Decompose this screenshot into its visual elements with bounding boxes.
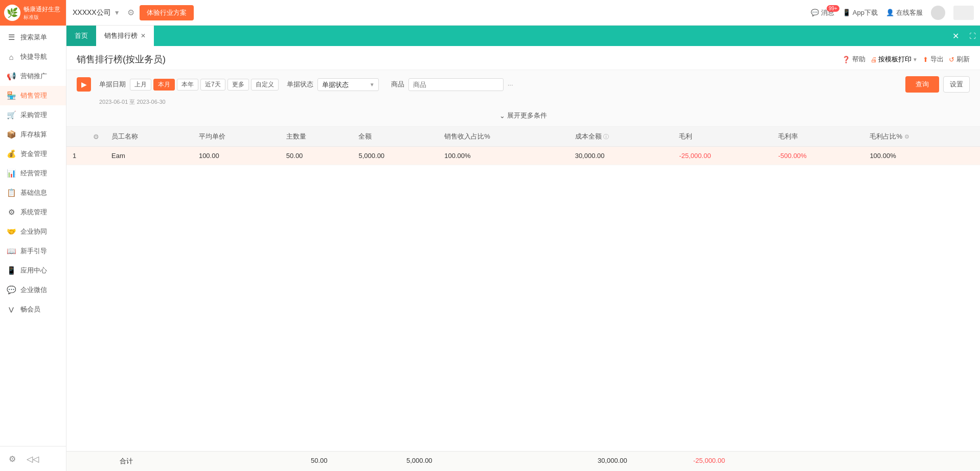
export-icon: ⬆	[923, 56, 928, 63]
goods-input[interactable]	[408, 78, 504, 91]
cell-amount: 5,000.00	[352, 147, 438, 165]
cell-gross: -25,000.00	[673, 147, 772, 165]
settings-panel-button[interactable]: 设置	[943, 76, 970, 93]
message-item[interactable]: 💬 消息 99+	[811, 8, 834, 17]
logo-text: 畅康通好生意 标准版	[24, 5, 60, 21]
query-button[interactable]: 查询	[905, 76, 939, 93]
content-area: 销售排行榜(按业务员) ❓ 帮助 🖨 按模板打印 ▼ ⬆ 导出 ↺ 刷新	[66, 46, 980, 471]
sidebar-item-system[interactable]: ⚙ 系统管理	[0, 203, 66, 222]
tab-sales-ranking[interactable]: 销售排行榜 ✕	[96, 26, 154, 46]
company-name: XXXXX公司	[73, 8, 111, 17]
goods-filter: 商品 ···	[391, 78, 513, 91]
tabbar: 首页 销售排行榜 ✕ ✕ ⛶	[66, 26, 980, 46]
export-button[interactable]: ⬆ 导出	[923, 55, 944, 64]
col-gross-rate: 毛利率	[772, 127, 863, 147]
sidebar-item-search[interactable]: ☰ 搜索菜单	[0, 28, 66, 47]
user-avatar[interactable]	[931, 6, 945, 20]
expand-icon: ⌄	[499, 112, 505, 120]
refresh-button[interactable]: ↺ 刷新	[949, 55, 970, 64]
col-settings[interactable]: ⚙	[87, 127, 105, 147]
sales-icon: 🏪	[6, 91, 16, 100]
sidebar-collapse-btn[interactable]: ◁◁	[25, 451, 41, 467]
status-select[interactable]: 单据状态	[317, 78, 379, 91]
col-amount: 全额	[352, 127, 438, 147]
sidebar-item-purchase[interactable]: 🛒 采购管理	[0, 105, 66, 125]
topbar-right: 💬 消息 99+ 📱 App下载 👤 在线客服	[811, 6, 974, 20]
table-header-row: ⚙ 员工名称 平均单价 主数量 全额 销售收入占比% 成本全额 ⓘ 毛利 毛利率…	[66, 127, 980, 147]
filter-bar: ▶ 单据日期 上月 本月 本年 近7天 更多 自定义 单据状态	[66, 70, 980, 127]
date-btn-this-month[interactable]: 本月	[153, 79, 175, 91]
trial-button[interactable]: 体验行业方案	[140, 5, 194, 20]
print-dropdown[interactable]: 🖨 按模板打印 ▼	[871, 55, 918, 64]
sidebar-item-apps[interactable]: 📱 应用中心	[0, 261, 66, 280]
sidebar-item-basic-info[interactable]: 📋 基础信息	[0, 183, 66, 203]
operations-icon: 📊	[6, 169, 16, 178]
footer-quantity: 50.00	[305, 457, 400, 466]
finance-icon: 💰	[6, 149, 16, 159]
expand-more-btn[interactable]: ⌄ 展开更多条件	[499, 111, 547, 120]
cell-index: 1	[66, 147, 87, 165]
help-button[interactable]: ❓ 帮助	[842, 55, 865, 64]
sidebar-item-enterprise[interactable]: 🤝 企业协同	[0, 222, 66, 241]
cell-cost: 30,000.00	[569, 147, 673, 165]
more-filter-icon[interactable]: ···	[508, 81, 513, 88]
company-chevron-icon: ▼	[114, 9, 120, 16]
tab-close-icon[interactable]: ✕	[141, 32, 146, 39]
filter-row-main: ▶ 单据日期 上月 本月 本年 近7天 更多 自定义 单据状态	[77, 76, 970, 93]
sidebar: 🌿 畅康通好生意 标准版 ☰ 搜索菜单 ⌂ 快捷导航 📢 营销推广 🏪 销售管理…	[0, 0, 66, 471]
date-btn-this-year[interactable]: 本年	[177, 79, 198, 91]
sidebar-item-inventory[interactable]: 📦 库存核算	[0, 125, 66, 144]
col-gross-ratio: 毛利占比% ⚙	[863, 127, 980, 147]
company-selector[interactable]: XXXXX公司 ▼	[73, 8, 120, 17]
action-buttons-group: 查询 设置	[905, 76, 970, 93]
tabbar-expand-btn[interactable]: ⛶	[965, 32, 980, 40]
date-btn-custom[interactable]: 自定义	[251, 79, 279, 91]
basic-info-icon: 📋	[6, 188, 16, 197]
date-btn-last-7-days[interactable]: 近7天	[200, 79, 225, 91]
cell-gross-rate: -500.00%	[772, 147, 863, 165]
sidebar-item-quicknav[interactable]: ⌂ 快捷导航	[0, 47, 66, 66]
main-area: XXXXX公司 ▼ ⚙ 体验行业方案 💬 消息 99+ 📱 App下载 👤 在线…	[66, 0, 980, 471]
tabbar-close-btn[interactable]: ✕	[946, 31, 965, 41]
date-btn-last-month[interactable]: 上月	[130, 79, 151, 91]
marketing-icon: 📢	[6, 72, 16, 81]
sidebar-item-guide[interactable]: 📖 新手引导	[0, 241, 66, 261]
footer-amount: 5,000.00	[400, 457, 496, 466]
goods-label: 商品	[391, 80, 404, 89]
print-dropdown-arrow-icon: ▼	[913, 57, 918, 62]
table-container: ⚙ 员工名称 平均单价 主数量 全额 销售收入占比% 成本全额 ⓘ 毛利 毛利率…	[66, 127, 980, 451]
expand-row: ⌄ 展开更多条件	[77, 111, 970, 120]
user-name-tag	[953, 6, 974, 20]
page-header: 销售排行榜(按业务员) ❓ 帮助 🖨 按模板打印 ▼ ⬆ 导出 ↺ 刷新	[66, 46, 980, 70]
footer-gross: -25,000.00	[687, 457, 783, 466]
tab-sales-ranking-label: 销售排行榜	[104, 31, 138, 40]
date-btn-more[interactable]: 更多	[227, 79, 249, 91]
date-range-sub: 2023-06-01 至 2023-06-30	[77, 98, 970, 106]
sidebar-item-marketing[interactable]: 📢 营销推广	[0, 66, 66, 86]
refresh-icon: ↺	[949, 56, 954, 63]
tab-home-label: 首页	[75, 31, 88, 40]
topbar: XXXXX公司 ▼ ⚙ 体验行业方案 💬 消息 99+ 📱 App下载 👤 在线…	[66, 0, 980, 26]
sidebar-item-finance[interactable]: 💰 资金管理	[0, 144, 66, 164]
date-filter: 单据日期 上月 本月 本年 近7天 更多 自定义	[99, 79, 279, 91]
page-actions: ❓ 帮助 🖨 按模板打印 ▼ ⬆ 导出 ↺ 刷新	[842, 55, 970, 64]
message-badge: 99+	[827, 5, 839, 12]
col-name: 员工名称	[105, 127, 193, 147]
online-service-item[interactable]: 👤 在线客服	[886, 8, 923, 17]
sidebar-nav: ☰ 搜索菜单 ⌂ 快捷导航 📢 营销推广 🏪 销售管理 🛒 采购管理 📦 库存核…	[0, 26, 66, 446]
filter-collapse-btn[interactable]: ▶	[77, 77, 91, 92]
date-range-buttons: 上月 本月 本年 近7天 更多 自定义	[130, 79, 279, 91]
topbar-settings-icon[interactable]: ⚙	[127, 8, 134, 17]
col-sales-ratio: 销售收入占比%	[438, 127, 568, 147]
tab-home[interactable]: 首页	[66, 26, 96, 46]
sidebar-item-wechat[interactable]: 💬 企业微信	[0, 280, 66, 300]
home-icon: ⌂	[6, 53, 16, 61]
sidebar-settings-btn[interactable]: ⚙	[4, 451, 20, 467]
sidebar-item-operations[interactable]: 📊 经营管理	[0, 164, 66, 183]
enterprise-icon: 🤝	[6, 227, 16, 236]
sidebar-item-member[interactable]: V 畅会员	[0, 300, 66, 319]
date-label: 单据日期	[99, 80, 126, 89]
app-download-item[interactable]: 📱 App下载	[842, 8, 878, 17]
status-filter: 单据状态 单据状态	[287, 78, 383, 91]
sidebar-item-sales[interactable]: 🏪 销售管理	[0, 86, 66, 105]
